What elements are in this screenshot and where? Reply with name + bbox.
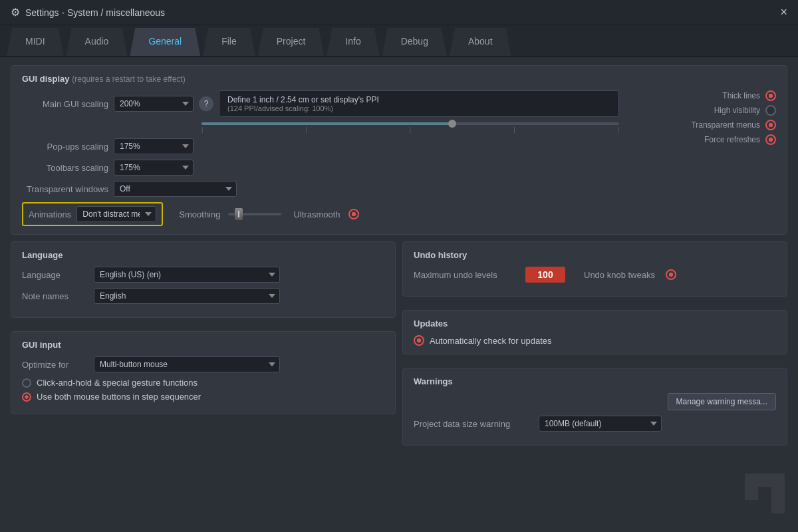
- tab-info[interactable]: Info: [327, 28, 379, 56]
- language-label: Language: [22, 270, 88, 280]
- left-column: Language Language English (US) (en) Note…: [11, 241, 396, 452]
- tab-project[interactable]: Project: [258, 28, 325, 56]
- smoothing-label: Smoothing: [179, 209, 220, 219]
- animations-row: Animations Don't distract me Smoothing U…: [22, 202, 619, 226]
- toolbars-scaling-label: Toolbars scaling: [22, 163, 108, 173]
- undo-levels-row: Maximum undo levels Undo knob tweaks: [414, 267, 776, 283]
- force-refreshes-toggle[interactable]: [765, 134, 776, 145]
- animations-highlight-box: Animations Don't distract me: [22, 202, 163, 226]
- auto-check-toggle[interactable]: [414, 335, 424, 346]
- toolbars-scaling-select[interactable]: 175%: [114, 160, 194, 176]
- auto-check-label: Automatically check for updates: [430, 336, 552, 346]
- auto-check-row: Automatically check for updates: [414, 335, 776, 346]
- watermark-logo: [738, 467, 791, 525]
- popups-scaling-label: Pop-ups scaling: [22, 142, 108, 152]
- language-section: Language Language English (US) (en) Note…: [11, 241, 396, 318]
- transparent-menus-toggle[interactable]: [765, 120, 776, 130]
- tab-debug[interactable]: Debug: [382, 28, 447, 56]
- optimize-for-select[interactable]: Multi-button mouse: [94, 356, 280, 372]
- language-select[interactable]: English (US) (en): [94, 267, 280, 283]
- force-refreshes-row: Force refreshes: [704, 134, 776, 145]
- main-gui-scaling-row: Main GUI scaling 200% ? Define 1 inch / …: [22, 90, 619, 117]
- warnings-section: Warnings Manage warning messa... Project…: [402, 368, 787, 446]
- use-both-row: Use both mouse buttons in step sequencer: [22, 392, 384, 402]
- tab-midi[interactable]: MIDI: [7, 28, 64, 56]
- gui-display-section: GUI display (requires a restart to take …: [11, 65, 787, 235]
- gui-input-title: GUI input: [22, 340, 384, 350]
- updates-section: Updates Automatically check for updates: [402, 310, 787, 354]
- toolbars-scaling-row: Toolbars scaling 175%: [22, 160, 619, 176]
- transparent-menus-label: Transparent menus: [691, 120, 760, 130]
- gui-display-title: GUI display (requires a restart to take …: [22, 74, 776, 84]
- tab-audio[interactable]: Audio: [66, 28, 128, 56]
- popups-scaling-row: Pop-ups scaling 175%: [22, 138, 619, 154]
- window-title: Settings - System / miscellaneous: [25, 7, 165, 18]
- ppi-label: Define 1 inch / 2.54 cm or set display's…: [227, 95, 610, 104]
- right-column: Undo history Maximum undo levels Undo kn…: [402, 241, 787, 452]
- title-bar-left: ⚙ Settings - System / miscellaneous: [11, 6, 165, 19]
- project-size-label: Project data size warning: [414, 419, 533, 429]
- transparent-menus-row: Transparent menus: [691, 120, 776, 130]
- undo-levels-input[interactable]: [525, 267, 565, 283]
- animations-select[interactable]: Don't distract me: [76, 206, 156, 222]
- undo-history-title: Undo history: [414, 250, 776, 260]
- optimize-for-row: Optimize for Multi-button mouse: [22, 356, 384, 372]
- high-visibility-toggle[interactable]: [765, 105, 776, 116]
- scaling-help-button[interactable]: ?: [199, 96, 213, 111]
- gear-icon: ⚙: [11, 6, 20, 19]
- click-hold-label: Click-and-hold & special gesture functio…: [37, 378, 198, 388]
- transparent-windows-select[interactable]: Off: [114, 181, 237, 197]
- main-gui-scaling-select[interactable]: 200%: [114, 96, 194, 112]
- smoothing-slider[interactable]: [228, 213, 281, 215]
- gui-right-col: Thick lines High visibility Transparent …: [630, 90, 776, 226]
- main-gui-scaling-label: Main GUI scaling: [22, 99, 108, 109]
- high-visibility-label: High visibility: [714, 106, 760, 115]
- ultrasmooth-toggle[interactable]: [348, 209, 359, 219]
- click-hold-row: Click-and-hold & special gesture functio…: [22, 378, 384, 388]
- thick-lines-label: Thick lines: [722, 91, 760, 100]
- language-row: Language English (US) (en): [22, 267, 384, 283]
- undo-levels-label: Maximum undo levels: [414, 270, 520, 280]
- gui-input-section: GUI input Optimize for Multi-button mous…: [11, 331, 396, 414]
- ppi-info-box: Define 1 inch / 2.54 cm or set display's…: [219, 90, 619, 117]
- note-names-select[interactable]: English: [94, 288, 280, 304]
- manage-warnings-row: Manage warning messa...: [414, 393, 776, 410]
- transparent-windows-label: Transparent windows: [22, 184, 108, 194]
- tab-about[interactable]: About: [450, 28, 511, 56]
- ppi-slider-track[interactable]: [201, 122, 619, 125]
- project-size-row: Project data size warning 100MB (default…: [414, 416, 776, 432]
- animations-label: Animations: [29, 209, 71, 219]
- warnings-title: Warnings: [414, 376, 776, 386]
- tab-general[interactable]: General: [130, 28, 200, 56]
- tab-file[interactable]: File: [203, 28, 255, 56]
- updates-title: Updates: [414, 319, 776, 329]
- gui-display-subtitle: (requires a restart to take effect): [72, 74, 186, 84]
- force-refreshes-label: Force refreshes: [704, 135, 760, 144]
- note-names-label: Note names: [22, 291, 88, 301]
- manage-warnings-button[interactable]: Manage warning messa...: [668, 393, 776, 410]
- close-button[interactable]: ×: [780, 5, 787, 19]
- thick-lines-toggle[interactable]: [765, 90, 776, 101]
- tab-bar: MIDI Audio General File Project Info Deb…: [0, 25, 798, 57]
- ppi-sub: (124 PPI/advised scaling: 100%): [227, 104, 610, 112]
- smoothing-thumb[interactable]: [235, 208, 243, 220]
- high-visibility-row: High visibility: [714, 105, 776, 116]
- thick-lines-row: Thick lines: [722, 90, 776, 101]
- gui-left-col: Main GUI scaling 200% ? Define 1 inch / …: [22, 90, 619, 226]
- undo-history-section: Undo history Maximum undo levels Undo kn…: [402, 241, 787, 297]
- language-section-title: Language: [22, 250, 384, 260]
- title-bar: ⚙ Settings - System / miscellaneous ×: [0, 0, 798, 25]
- optimize-for-label: Optimize for: [22, 360, 88, 370]
- note-names-row: Note names English: [22, 288, 384, 304]
- undo-knob-toggle[interactable]: [666, 269, 676, 280]
- use-both-radio[interactable]: [22, 392, 31, 402]
- undo-knob-label: Undo knob tweaks: [584, 270, 655, 280]
- project-size-select[interactable]: 100MB (default): [539, 416, 662, 432]
- ultrasmooth-label: Ultrasmooth: [293, 209, 340, 219]
- bottom-two-col: Language Language English (US) (en) Note…: [11, 241, 787, 452]
- gui-display-inner: Main GUI scaling 200% ? Define 1 inch / …: [22, 90, 776, 226]
- click-hold-radio[interactable]: [22, 378, 31, 388]
- use-both-label: Use both mouse buttons in step sequencer: [37, 392, 201, 402]
- popups-scaling-select[interactable]: 175%: [114, 138, 194, 154]
- ppi-slider-markers: | | | | |: [201, 126, 619, 133]
